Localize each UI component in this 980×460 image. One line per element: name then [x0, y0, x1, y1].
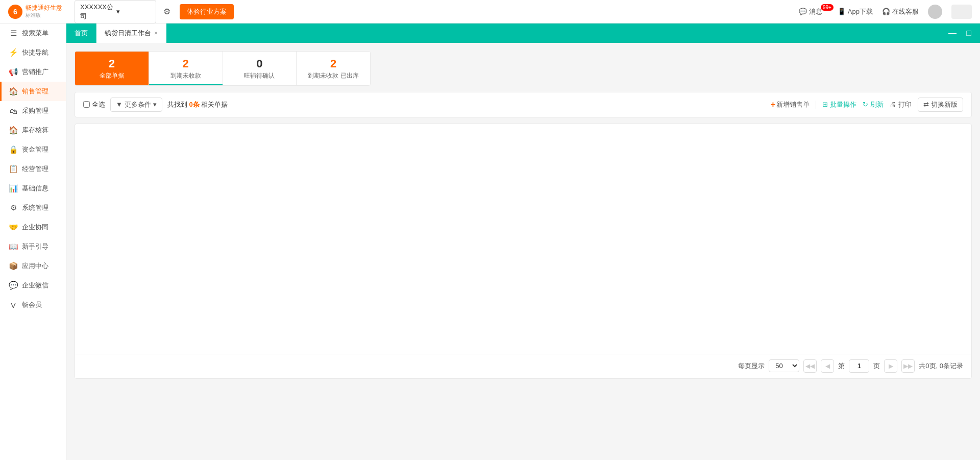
print-icon: 🖨: [890, 101, 896, 108]
stats-tabs: 2 全部单据 2 到期未收款 0 旺辅待确认 2 到期未收款 已出库: [75, 51, 371, 86]
result-text: 共找到 0条 相关单据: [167, 100, 228, 109]
switch-version-button[interactable]: ⇄ 切换新版: [918, 98, 963, 112]
tab-maximize-icon[interactable]: □: [963, 27, 975, 39]
sidebar-item-inventory[interactable]: 🏠 库存核算: [0, 120, 66, 140]
tab-daily-work[interactable]: 钱货日清工作台 ×: [96, 23, 166, 43]
cooperation-icon: 🤝: [9, 223, 18, 232]
trial-button[interactable]: 体验行业方案: [180, 4, 234, 19]
sidebar-item-purchase[interactable]: 🛍 采购管理: [0, 101, 66, 120]
capital-icon: 🔒: [9, 145, 18, 154]
stat-tab-pending[interactable]: 0 旺辅待确认: [223, 52, 297, 85]
system-icon: ⚙: [9, 203, 18, 212]
app-download-button[interactable]: 📱 App下载: [838, 7, 873, 16]
sidebar-item-wechat[interactable]: 💬 企业微信: [0, 276, 66, 295]
sidebar-item-system[interactable]: ⚙ 系统管理: [0, 198, 66, 217]
sidebar-item-member[interactable]: V 畅会员: [0, 295, 66, 314]
tab-bar: 首页 钱货日清工作台 × — □: [66, 23, 980, 43]
first-page-button[interactable]: ◀◀: [803, 359, 817, 373]
table-area: 每页显示 50 100 200 ◀◀ ◀ 第 页 ▶ ▶▶ 共0页, 0条记录: [75, 124, 972, 379]
add-sale-button[interactable]: + 新增销售单: [771, 100, 810, 109]
per-page-label: 每页显示: [738, 361, 765, 371]
tab-close-icon[interactable]: ×: [154, 30, 158, 37]
stat-label-pending: 旺辅待确认: [231, 71, 288, 80]
stat-tab-all[interactable]: 2 全部单据: [75, 52, 149, 85]
batch-operation-button[interactable]: ⊞ 批量操作: [822, 100, 856, 109]
mobile-icon: 📱: [838, 8, 846, 15]
select-all-checkbox[interactable]: 全选: [83, 100, 105, 109]
page-prefix: 第: [838, 361, 845, 371]
sidebar-item-label: 应用中心: [22, 261, 48, 271]
pagination: 每页显示 50 100 200 ◀◀ ◀ 第 页 ▶ ▶▶ 共0页, 0条记录: [75, 354, 971, 378]
result-count: 0条: [189, 101, 200, 108]
sidebar-item-capital[interactable]: 🔒 资金管理: [0, 140, 66, 159]
stat-num-overdue-out: 2: [305, 57, 362, 71]
sidebar-item-operations[interactable]: 📋 经营管理: [0, 159, 66, 179]
refresh-button[interactable]: ↻ 刷新: [863, 100, 884, 109]
messages-button[interactable]: 💬 消息 99+: [799, 7, 828, 16]
sidebar-item-label: 企业微信: [22, 281, 48, 290]
main-content: 2 全部单据 2 到期未收款 0 旺辅待确认 2 到期未收款 已出库 全选 ▼ …: [66, 43, 980, 460]
sidebar-item-guide[interactable]: 📖 新手引导: [0, 237, 66, 256]
stat-label-overdue-out: 到期未收款 已出库: [305, 71, 362, 80]
sidebar-item-label: 库存核算: [22, 126, 48, 135]
sidebar-item-label: 经营管理: [22, 164, 48, 174]
wechat-icon: 💬: [9, 281, 18, 290]
tab-minimize-icon[interactable]: —: [946, 27, 959, 39]
avatar[interactable]: [928, 5, 942, 19]
purchase-icon: 🛍: [9, 107, 18, 115]
next-page-button[interactable]: ▶: [884, 359, 897, 373]
logo-text: 畅捷通好生意: [26, 4, 62, 12]
header-right: 💬 消息 99+ 📱 App下载 🎧 在线客服: [799, 5, 972, 19]
headset-icon: 🎧: [882, 8, 890, 15]
sidebar-item-label: 系统管理: [22, 203, 48, 212]
basics-icon: 📊: [9, 184, 18, 193]
sidebar-item-label: 快捷导航: [22, 48, 48, 57]
sidebar-item-apps[interactable]: 📦 应用中心: [0, 256, 66, 276]
stat-label-all: 全部单据: [83, 71, 140, 80]
sidebar-item-cooperation[interactable]: 🤝 企业协同: [0, 217, 66, 237]
chevron-down-icon: ▾: [153, 101, 157, 108]
sales-icon: 🏠: [9, 87, 18, 96]
logo-area: 6 畅捷通好生意 标准版: [8, 4, 75, 19]
stat-tab-overdue[interactable]: 2 到期未收款: [149, 52, 223, 85]
inventory-icon: 🏠: [9, 126, 18, 135]
select-all-input[interactable]: [83, 101, 90, 108]
page-suffix: 页: [873, 361, 880, 371]
sidebar-item-label: 采购管理: [22, 106, 48, 115]
tab-home[interactable]: 首页: [66, 23, 96, 43]
messages-badge: 99+: [821, 4, 834, 11]
print-button[interactable]: 🖨 打印: [890, 100, 912, 109]
stat-num-overdue: 2: [157, 57, 214, 71]
toolbar: 全选 ▼ 更多条件 ▾ 共找到 0条 相关单据 + 新增销售单 ⊞ 批量操作: [75, 92, 972, 117]
sidebar-item-quick-nav[interactable]: ⚡ 快捷导航: [0, 43, 66, 62]
sidebar-item-label: 新手引导: [22, 242, 48, 251]
sidebar-item-label: 搜索菜单: [22, 29, 48, 38]
refresh-icon: ↻: [863, 101, 868, 108]
sidebar-item-label: 资金管理: [22, 145, 48, 154]
toolbar-right: + 新增销售单 ⊞ 批量操作 ↻ 刷新 🖨 打印 ⇄ 切换新版: [771, 98, 963, 112]
online-service-button[interactable]: 🎧 在线客服: [882, 7, 919, 16]
stat-tab-overdue-out[interactable]: 2 到期未收款 已出库: [297, 52, 370, 85]
per-page-select[interactable]: 50 100 200: [769, 359, 799, 372]
sidebar-item-label: 企业协同: [22, 223, 48, 232]
quick-nav-icon: ⚡: [9, 48, 18, 57]
prev-page-button[interactable]: ◀: [821, 359, 834, 373]
last-page-button[interactable]: ▶▶: [901, 359, 915, 373]
sidebar-item-search-menu[interactable]: ☰ 搜索菜单: [0, 23, 66, 43]
company-select[interactable]: XXXXXX公司 ▾: [75, 0, 156, 23]
sidebar-item-sales[interactable]: 🏠 销售管理: [0, 82, 66, 101]
filter-button[interactable]: ▼ 更多条件 ▾: [110, 98, 162, 112]
page-input[interactable]: [849, 359, 869, 373]
sidebar-item-basics[interactable]: 📊 基础信息: [0, 179, 66, 198]
apps-icon: 📦: [9, 261, 18, 271]
operations-icon: 📋: [9, 164, 18, 174]
tab-actions: — □: [946, 27, 980, 39]
toolbar-left: 全选 ▼ 更多条件 ▾ 共找到 0条 相关单据: [83, 98, 766, 112]
empty-state: [75, 124, 971, 354]
user-name-display[interactable]: [951, 5, 972, 19]
stat-num-pending: 0: [231, 57, 288, 71]
switch-icon: ⇄: [923, 101, 929, 108]
sidebar-item-marketing[interactable]: 📢 营销推广: [0, 62, 66, 82]
logo-sub: 标准版: [26, 12, 62, 19]
settings-icon[interactable]: ⚙: [159, 4, 175, 19]
